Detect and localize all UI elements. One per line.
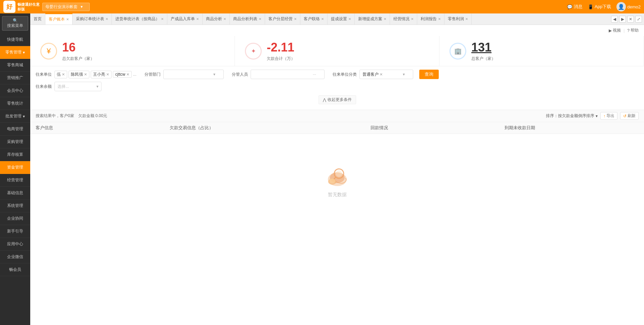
chevron-down-icon: ▾: [213, 72, 215, 77]
tag-wu: 伍 ✕: [54, 71, 67, 78]
filter-more-btn[interactable]: ...: [133, 72, 136, 77]
video-link[interactable]: ▶ 视频: [609, 28, 621, 33]
workspace-selector[interactable]: 母婴行业演示帐套 ▾: [42, 3, 90, 11]
sidebar-item-retail-mgmt[interactable]: 零售管理 ▾: [0, 46, 30, 59]
tab-customer-layer[interactable]: 客户分层经营 ✕: [265, 13, 300, 25]
filter-category-select[interactable]: 普通客户 ✕ ▾: [359, 70, 413, 79]
table-col-customer-info: 客户信息: [36, 125, 170, 131]
tag-ordinary-customer: 普通客户 ✕: [362, 72, 383, 77]
sidebar-item-retail-mall[interactable]: 零售商城: [0, 59, 30, 72]
filter-balance-input[interactable]: 选择... ▾: [54, 82, 101, 91]
sidebar-item-app-center[interactable]: 应用中心: [0, 238, 30, 251]
close-tab-product-list[interactable]: ✕: [259, 17, 261, 21]
remove-tag-chen[interactable]: ✕: [84, 72, 87, 77]
tab-new-commission[interactable]: 新增提成方案 ✕: [355, 13, 390, 25]
download-icon: 📱: [588, 4, 593, 9]
sidebar-search-area: 🔍 搜索菜单: [0, 13, 30, 33]
sidebar-item-inventory[interactable]: 库存核算: [0, 148, 30, 161]
help-link[interactable]: ? 帮助: [627, 28, 639, 33]
sidebar-item-finance[interactable]: 资金管理: [0, 161, 30, 174]
filter-label-dept: 分管部门: [144, 72, 161, 77]
table-col-due-date: 到期未收款日期: [505, 125, 639, 131]
tab-prev-btn[interactable]: ◀: [611, 16, 618, 23]
close-tab-product-analysis[interactable]: ✕: [223, 17, 226, 21]
remove-tag-cjttcw[interactable]: ✕: [126, 72, 129, 77]
tag-cjttcw: cjttcw ✕: [113, 71, 132, 78]
export-btn[interactable]: ↑ 导出: [600, 112, 617, 120]
sidebar-item-purchase[interactable]: 采购管理: [0, 136, 30, 148]
close-tab-contact[interactable]: ✕: [321, 17, 324, 21]
tab-commission-settings[interactable]: 提成设置 ✕: [328, 13, 355, 25]
sort-selector[interactable]: 排序：按欠款金额倒序排序 ▾: [546, 113, 598, 119]
messages-btn[interactable]: 💬 消息: [567, 4, 583, 10]
customer-icon: ¥: [40, 43, 57, 60]
tab-retail-profit[interactable]: 零售利润 ✕: [444, 13, 472, 25]
tab-home[interactable]: 首页: [30, 13, 45, 25]
sidebar-item-quick-nav[interactable]: 快捷导航: [0, 33, 30, 46]
sidebar-item-ecommerce[interactable]: 电商管理: [0, 123, 30, 136]
sidebar-item-basic-info[interactable]: 基础信息: [0, 187, 30, 200]
chevron-icon: ▾: [23, 114, 25, 119]
chevron-up-icon: ⋀: [323, 98, 326, 102]
search-icon: 🔍: [13, 18, 18, 23]
search-menu-btn[interactable]: 🔍 搜索菜单: [2, 16, 28, 31]
tab-product-inbound[interactable]: 产成品入库单 ✕: [167, 13, 203, 25]
close-tab-profit[interactable]: ✕: [438, 17, 441, 21]
sidebar-item-retail-stats[interactable]: 零售统计: [0, 97, 30, 110]
close-tab-customer-account[interactable]: ✕: [66, 17, 69, 21]
remove-tag-wu[interactable]: ✕: [62, 72, 65, 77]
refresh-btn[interactable]: ↺ 刷新: [620, 112, 639, 120]
filter-label-balance: 往来余额: [36, 84, 52, 89]
sort-label: 排序：按欠款金额倒序排序: [546, 113, 594, 119]
filter-person-select[interactable]: ···: [251, 70, 325, 79]
filter-dept-select[interactable]: ▾: [163, 70, 224, 79]
tab-purchase-by-product[interactable]: 进货单统计表（按商品） ✕: [112, 13, 167, 25]
remove-tag-wang[interactable]: ✕: [106, 72, 109, 77]
chevron-down-sort-icon: ▾: [596, 114, 598, 118]
close-tab-inbound[interactable]: ✕: [196, 17, 199, 21]
tab-close-all-btn[interactable]: ✕: [627, 16, 634, 23]
close-tab-purchase-product[interactable]: ✕: [161, 17, 164, 21]
sidebar-item-enterprise-wechat[interactable]: 企业微信: [0, 251, 30, 263]
tab-profit-report[interactable]: 利润报告 ✕: [417, 13, 444, 25]
close-tab-commission[interactable]: ✕: [348, 17, 351, 21]
close-tab-customer-layer[interactable]: ✕: [294, 17, 297, 21]
chevron-down-icon-3: ▾: [96, 84, 98, 89]
user-menu[interactable]: 👤 demo2: [616, 2, 641, 11]
sidebar: 🔍 搜索菜单 快捷导航 零售管理 ▾ 零售商城 营销推广 会员中心 零售统计: [0, 13, 30, 325]
tab-customer-account[interactable]: 客户账本 ✕: [45, 13, 73, 25]
tab-expand-btn[interactable]: ⤢: [635, 16, 642, 23]
tab-customer-contact[interactable]: 客户联络 ✕: [300, 13, 328, 25]
close-tab-retail-profit[interactable]: ✕: [465, 17, 468, 21]
logo-icon: 好: [3, 1, 15, 13]
filter-label-unit: 往来单位: [36, 72, 52, 77]
logo: 好 畅捷通好生意 标版: [3, 1, 40, 13]
sidebar-item-enterprise-collab[interactable]: 企业协同: [0, 212, 30, 225]
tab-product-analysis[interactable]: 商品分析 ✕: [203, 13, 230, 25]
sidebar-item-new-guide[interactable]: 新手引导: [0, 225, 30, 238]
result-amount: 欠款金额 0.00元: [78, 113, 108, 119]
query-button[interactable]: 查询: [419, 70, 439, 79]
app-download-btn[interactable]: 📱 App下载: [588, 4, 611, 10]
tag-wangxiaoliang: 王小亮 ✕: [91, 71, 112, 78]
stat-value-total: 131: [471, 40, 496, 55]
sidebar-item-system[interactable]: 系统管理: [0, 200, 30, 212]
sidebar-item-member-center[interactable]: 会员中心: [0, 84, 30, 97]
empty-state: 暂无数据: [30, 134, 644, 225]
tab-business-status[interactable]: 经营情况 ✕: [390, 13, 417, 25]
tab-next-btn[interactable]: ▶: [619, 16, 626, 23]
sidebar-item-operations[interactable]: 经营管理: [0, 174, 30, 187]
close-tab-new-commission[interactable]: ✕: [384, 17, 386, 21]
sidebar-item-chang-member[interactable]: 畅会员: [0, 263, 30, 276]
amount-icon: ✦: [245, 43, 262, 60]
stat-label-amount: 欠款合计（万）: [267, 56, 295, 62]
sidebar-item-marketing[interactable]: 营销推广: [0, 72, 30, 84]
collapse-btn[interactable]: ⋀ 收起更多条件: [318, 95, 356, 104]
remove-category-tag[interactable]: ✕: [380, 72, 383, 77]
sidebar-item-wholesale-mgmt[interactable]: 批发管理 ▾: [0, 110, 30, 123]
tab-purchase-order-stats[interactable]: 采购订单统计表 ✕: [73, 13, 112, 25]
close-tab-purchase-order[interactable]: ✕: [105, 17, 108, 21]
tab-product-analysis-list[interactable]: 商品分析列表 ✕: [230, 13, 265, 25]
svg-point-3: [336, 170, 342, 177]
close-tab-business[interactable]: ✕: [411, 17, 414, 21]
